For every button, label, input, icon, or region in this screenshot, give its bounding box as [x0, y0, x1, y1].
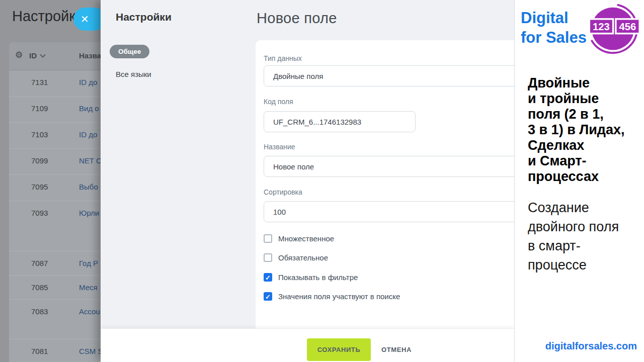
sort-chevron-icon	[40, 52, 45, 58]
checkbox-show-in-filter[interactable]: ✓ Показывать в фильтре	[264, 273, 358, 282]
table-row[interactable]: 7085Меся	[9, 276, 106, 300]
checkbox-icon[interactable]: ✓	[264, 273, 272, 282]
sort-input[interactable]	[264, 201, 514, 222]
settings-slider: Настройки Общее Все языки Новое поле Тип…	[101, 0, 514, 362]
checkbox-required[interactable]: ✓ Обязательное	[264, 253, 328, 262]
brand-panel: Digital for Sales 123 456 Двойные и трой…	[514, 0, 644, 362]
form-footer: СОХРАНИТЬ ОТМЕНА	[101, 328, 514, 362]
field-label-name: Название	[264, 143, 295, 151]
brand-logo-icon: 123 456	[585, 3, 643, 56]
background-page-title: Настройк	[12, 8, 75, 25]
checkbox-label: Обязательное	[278, 253, 328, 262]
checkbox-icon[interactable]: ✓	[264, 292, 272, 301]
menu-item-all-languages[interactable]: Все языки	[116, 70, 151, 78]
field-label-field-code: Код поля	[264, 98, 293, 106]
website-link[interactable]: digitalforsales.com	[545, 340, 637, 352]
tab-general[interactable]: Общее	[110, 45, 149, 58]
table-row[interactable]: 7087Год Р	[9, 251, 106, 276]
table-row[interactable]: 7081CSM S	[9, 339, 106, 362]
brand-logo-line2: for Sales	[521, 28, 587, 47]
brand-heading: Двойные и тройные поля (2 в 1, 3 в 1) в …	[528, 75, 644, 185]
fields-table: ⚙ ID Назва 7131ID до 7109Вид о 7103ID до…	[9, 42, 106, 362]
table-row[interactable]: 7103ID до	[9, 123, 106, 149]
checkbox-icon[interactable]: ✓	[264, 253, 272, 262]
checkbox-icon[interactable]: ✓	[264, 234, 272, 243]
cancel-button[interactable]: ОТМЕНА	[376, 338, 417, 361]
brand-logo-text: Digital for Sales	[521, 8, 587, 47]
form-card: Тип данных Код поля Название Сортировка …	[256, 40, 514, 328]
column-header-id[interactable]: ID	[29, 51, 45, 60]
table-row[interactable]: 7095Выбо	[9, 175, 106, 201]
settings-menu-title: Настройки	[116, 11, 172, 23]
data-type-input[interactable]	[264, 65, 514, 86]
table-row[interactable]: 7109Вид о	[9, 97, 106, 123]
field-label-sort: Сортировка	[264, 188, 302, 196]
badge-456: 456	[619, 21, 636, 32]
table-row[interactable]: 7083Accou	[9, 300, 106, 339]
table-row[interactable]: 7131ID до	[9, 70, 106, 97]
brand-logo-line1: Digital	[521, 8, 587, 28]
table-row[interactable]: 7093Юрли	[9, 201, 106, 251]
background-page: Настройк ⚙ ID Назва 7131ID до 7109Вид о …	[0, 0, 106, 362]
table-row[interactable]: 7099NET C	[9, 149, 106, 175]
grid-settings-gear-icon[interactable]: ⚙	[15, 51, 23, 59]
field-code-input[interactable]	[264, 111, 416, 132]
form-title: Новое поле	[257, 10, 337, 27]
checkbox-searchable[interactable]: ✓ Значения поля участвуют в поиске	[264, 292, 400, 301]
check-icon: ✓	[265, 293, 271, 301]
checkbox-label: Показывать в фильтре	[278, 273, 358, 282]
brand-subheading: Создание двойного поля в смарт- процессе	[528, 198, 644, 275]
checkbox-multiple[interactable]: ✓ Множественное	[264, 234, 334, 243]
close-icon: ✕	[80, 14, 89, 24]
field-name-input[interactable]	[264, 156, 514, 177]
field-label-data-type: Тип данных	[264, 54, 302, 62]
column-header-name[interactable]: Назва	[79, 51, 101, 60]
check-icon: ✓	[265, 274, 271, 282]
badge-123: 123	[593, 21, 610, 32]
table-header: ⚙ ID Назва	[9, 42, 106, 70]
checkbox-label: Множественное	[278, 234, 334, 243]
save-button[interactable]: СОХРАНИТЬ	[307, 338, 371, 361]
checkbox-label: Значения поля участвуют в поиске	[278, 292, 400, 301]
screen: Настройк ⚙ ID Назва 7131ID до 7109Вид о …	[0, 0, 644, 362]
